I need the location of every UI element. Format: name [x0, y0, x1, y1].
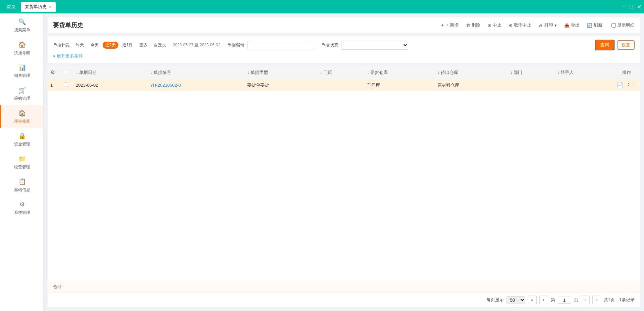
date-btn-7days[interactable]: 近7天	[103, 42, 118, 49]
tab-requisition-history[interactable]: 要货单历史 ✕	[21, 2, 56, 12]
stop-button[interactable]: ⊗ 中止	[486, 21, 503, 30]
row-checkbox[interactable]	[64, 83, 68, 87]
close-tab-icon[interactable]: ✕	[49, 5, 52, 9]
settings-button[interactable]: 设置	[617, 40, 635, 50]
sales-icon: 📊	[18, 64, 26, 71]
tab-home[interactable]: 首页	[3, 2, 19, 12]
summary-row: 合计：	[48, 281, 640, 293]
date-filter-buttons: 昨天 今天 近7天 近1月 更多 自定义	[73, 42, 169, 49]
cell-date: 2023-06-02	[73, 79, 147, 91]
total-info: 共1页，1条记录	[604, 297, 635, 303]
first-page-button[interactable]: «	[528, 296, 537, 304]
query-button[interactable]: 查询	[595, 40, 614, 50]
col-checkbox	[61, 66, 73, 79]
sidebar-item-operations[interactable]: 📁 经营管理	[0, 150, 43, 173]
order-no-input[interactable]	[247, 41, 314, 49]
col-order-no: ↕ 单据编号	[147, 66, 244, 79]
table-container: ⚙ ↕ 单据日期 ↕ 单据编号	[48, 66, 640, 281]
home-icon: 🏠	[18, 41, 26, 48]
date-btn-custom[interactable]: 自定义	[151, 42, 169, 49]
prev-page-button[interactable]: ‹	[539, 296, 548, 304]
col-order-type: ↕ 单据类型	[245, 66, 317, 79]
date-btn-today[interactable]: 今天	[88, 42, 101, 49]
page-input[interactable]	[558, 297, 571, 304]
new-button[interactable]: ＋ + 新增	[438, 21, 461, 30]
cell-req-warehouse: 车间库	[364, 79, 435, 91]
sidebar: 🔍 搜索菜单 🏠 快捷导航 📊 销售管理 🛒 采购管理 🏠 库存核算 🔒 资金管…	[0, 13, 44, 311]
cell-order-no: YH-20230602-0	[147, 79, 244, 91]
date-btn-1month[interactable]: 近1月	[120, 42, 136, 49]
expand-filter-button[interactable]: ▾ 展开更多条件	[53, 53, 635, 59]
page-size-label: 每页显示	[486, 297, 504, 303]
cell-department	[507, 79, 554, 91]
order-no-link[interactable]: YH-20230602-0	[150, 83, 181, 88]
date-filter-label: 单据日期	[53, 42, 70, 48]
filter-row: 单据日期 昨天 今天 近7天 近1月 更多 自定义 2023-05-27 至 2…	[53, 40, 635, 50]
select-all-checkbox[interactable]	[64, 70, 68, 74]
export-button[interactable]: 📤 导出	[562, 21, 582, 30]
sidebar-item-inventory[interactable]: 🏠 库存核算	[0, 105, 43, 128]
delete-button[interactable]: 🗑 删除	[464, 21, 482, 30]
cell-handler	[554, 79, 613, 91]
cell-order-type: 要货单要货	[245, 79, 317, 91]
window-controls: ─ □ ✕	[622, 4, 641, 10]
date-btn-yesterday[interactable]: 昨天	[73, 42, 87, 49]
col-handler: ↕ 经手人	[554, 66, 613, 79]
display-cell-toggle[interactable]: 显示明细	[611, 22, 635, 28]
sidebar-item-basicinfo[interactable]: 📋 基础信息	[0, 173, 43, 196]
display-cell-checkbox[interactable]	[611, 23, 616, 28]
date-filter-group: 单据日期 昨天 今天 近7天 近1月 更多 自定义 2023-05-27 至 2…	[53, 42, 220, 49]
cancel-stop-icon: ⊗	[509, 23, 513, 28]
operations-icon: 📁	[18, 155, 26, 163]
table-body: 1 2023-06-02 YH-20230602-0 要货单要货 车间库 原材料…	[48, 79, 640, 91]
toolbar: ＋ + 新增 🗑 删除 ⊗ 中止 ⊗ 取消中止 🖨 打印	[438, 21, 635, 30]
sidebar-item-system[interactable]: ⚙ 系统管理	[0, 196, 43, 219]
search-icon: 🔍	[18, 18, 26, 26]
sidebar-item-search[interactable]: 🔍 搜索菜单	[0, 13, 43, 36]
sidebar-item-purchase[interactable]: 🛒 采购管理	[0, 82, 43, 105]
top-bar: 首页 要货单历史 ✕ ─ □ ✕	[0, 0, 644, 13]
sidebar-item-quicknav[interactable]: 🏠 快捷导航	[0, 36, 43, 59]
sidebar-item-finance[interactable]: 🔒 资金管理	[0, 128, 43, 150]
col-req-warehouse: ↕ 要货仓库	[364, 66, 435, 79]
more-action-icon[interactable]: ⋮⋮	[626, 82, 637, 88]
print-icon: 🖨	[539, 23, 543, 28]
sidebar-item-sales[interactable]: 📊 销售管理	[0, 59, 43, 82]
filter-area: 单据日期 昨天 今天 近7天 近1月 更多 自定义 2023-05-27 至 2…	[48, 36, 640, 63]
view-action-icon[interactable]: 📄	[616, 82, 623, 88]
table-row: 1 2023-06-02 YH-20230602-0 要货单要货 车间库 原材料…	[48, 79, 640, 91]
print-dropdown-icon: ▾	[554, 23, 557, 28]
window-minimize[interactable]: ─	[622, 4, 626, 10]
order-no-label: 单据编号	[227, 42, 245, 48]
date-range-text: 2023-05-27 至 2023-06-02	[173, 42, 220, 48]
cell-actions: 📄 ⋮⋮	[613, 79, 640, 91]
page-header: 要货单历史 ＋ + 新增 🗑 删除 ⊗ 中止 ⊗ 取消中止	[48, 17, 640, 33]
finance-icon: 🔒	[18, 132, 26, 140]
last-page-button[interactable]: »	[592, 296, 601, 304]
col-pending-warehouse: ↕ 待出仓库	[435, 66, 507, 79]
print-button[interactable]: 🖨 打印 ▾	[537, 21, 559, 30]
page-title: 要货单历史	[53, 21, 83, 29]
window-close[interactable]: ✕	[637, 4, 641, 10]
export-icon: 📤	[564, 23, 570, 28]
table-settings-icon[interactable]: ⚙	[50, 70, 55, 75]
delete-icon: 🗑	[466, 23, 470, 28]
status-select[interactable]	[341, 41, 408, 50]
window-maximize[interactable]: □	[630, 4, 633, 10]
layout: 🔍 搜索菜单 🏠 快捷导航 📊 销售管理 🛒 采购管理 🏠 库存核算 🔒 资金管…	[0, 13, 644, 311]
purchase-icon: 🛒	[18, 87, 26, 94]
status-filter-group: 单据状态	[321, 41, 408, 50]
col-actions: 操作	[613, 66, 640, 79]
table-area: ⚙ ↕ 单据日期 ↕ 单据编号	[48, 66, 640, 307]
data-table: ⚙ ↕ 单据日期 ↕ 单据编号	[48, 66, 640, 91]
main-content: 要货单历史 ＋ + 新增 🗑 删除 ⊗ 中止 ⊗ 取消中止	[44, 13, 644, 311]
basicinfo-icon: 📋	[18, 178, 26, 185]
date-btn-more[interactable]: 更多	[137, 42, 150, 49]
next-page-button[interactable]: ›	[581, 296, 590, 304]
cell-store	[317, 79, 364, 91]
cancel-stop-button[interactable]: ⊗ 取消中止	[507, 21, 533, 30]
refresh-icon: 🔄	[587, 23, 592, 28]
inventory-icon: 🏠	[18, 109, 26, 117]
page-size-select[interactable]: 50 10 20 100	[506, 296, 525, 304]
refresh-button[interactable]: 🔄 刷新	[585, 21, 604, 30]
